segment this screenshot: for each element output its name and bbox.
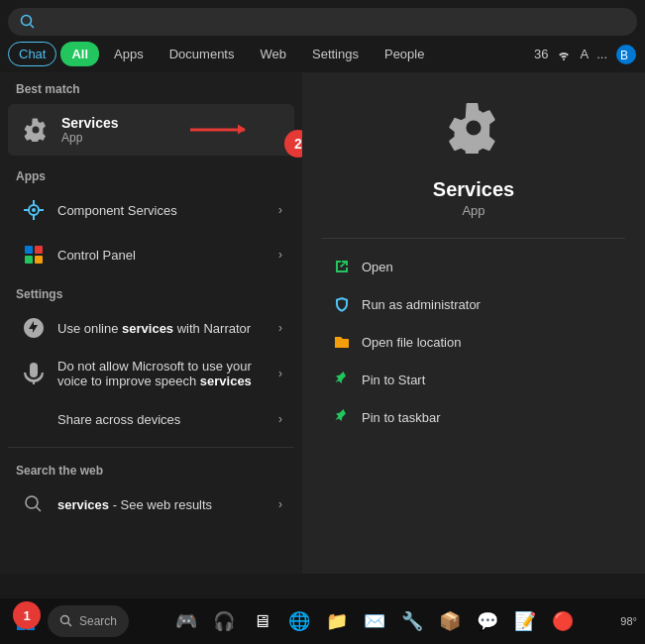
best-match-subtitle: App <box>61 131 119 145</box>
share-devices-item[interactable]: Share across devices › <box>4 397 298 441</box>
svg-text:B: B <box>620 49 628 62</box>
svg-line-21 <box>68 623 72 627</box>
share-icon <box>20 405 48 433</box>
web-search-icon <box>20 490 48 518</box>
open-location-label: Open file location <box>362 335 461 350</box>
taskbar-search-label: Search <box>79 614 117 628</box>
run-admin-label: Run as administrator <box>362 297 481 312</box>
component-services-arrow: › <box>278 203 282 217</box>
wifi-icon <box>556 47 572 62</box>
share-label: Share across devices <box>57 412 278 427</box>
run-admin-action[interactable]: Run as administrator <box>322 286 625 322</box>
taskbar-items: 🎮 🎧 🖥 🌐 📁 ✉️ 🔧 📦 💬 📝 🔴 <box>133 603 616 639</box>
more-options[interactable]: ... <box>596 47 607 61</box>
voice-arrow: › <box>278 367 282 380</box>
taskbar-mail[interactable]: ✉️ <box>357 603 392 639</box>
narrator-services-item[interactable]: Use online services with Narrator › <box>4 306 298 350</box>
taskbar-right: 98° <box>620 615 637 627</box>
taskbar-gamepad[interactable]: 🎮 <box>168 603 204 639</box>
taskbar-chat[interactable]: 💬 <box>470 603 505 639</box>
voice-services-item[interactable]: Do not allow Microsoft to use your voice… <box>4 351 298 396</box>
right-actions: Open Run as administrator Open file loca… <box>322 238 625 435</box>
taskbar-folder[interactable]: 📁 <box>319 603 355 639</box>
divider <box>8 447 294 448</box>
control-panel-label: Control Panel <box>57 248 278 263</box>
pin-taskbar-action[interactable]: Pin to taskbar <box>322 399 625 435</box>
svg-line-1 <box>31 25 35 29</box>
best-match-item[interactable]: Services App 2 <box>8 104 294 156</box>
services-icon-large <box>448 102 499 166</box>
tab-apps[interactable]: Apps <box>103 42 155 66</box>
taskbar: 1 Search 🎮 🎧 🖥 🌐 📁 ✉️ 🔧 📦 💬 📝 🔴 98° <box>0 598 645 644</box>
tab-settings[interactable]: Settings <box>301 42 370 66</box>
web-search-label: services - See web results <box>57 497 278 512</box>
services-gear-icon <box>20 114 52 146</box>
control-panel-arrow: › <box>278 248 282 262</box>
narrator-arrow: › <box>278 321 282 335</box>
taskbar-monitor[interactable]: 🖥 <box>244 603 279 639</box>
left-panel: Best match Services App 2 Apps <box>0 72 302 574</box>
open-label: Open <box>362 260 393 274</box>
taskbar-globe[interactable]: 🌐 <box>281 603 317 639</box>
taskbar-extra[interactable]: 🔴 <box>545 603 581 639</box>
component-services-label: Component Services <box>57 203 278 218</box>
nav-right: 36 A ... B <box>534 44 637 65</box>
open-location-action[interactable]: Open file location <box>322 324 625 360</box>
taskbar-search-icon <box>59 614 73 628</box>
svg-rect-10 <box>25 246 33 254</box>
svg-point-20 <box>61 616 69 624</box>
web-label: Search the web <box>0 454 302 482</box>
taskbar-headset[interactable]: 🎧 <box>206 603 242 639</box>
pin-taskbar-label: Pin to taskbar <box>362 410 441 425</box>
start-button[interactable]: 1 <box>8 603 44 639</box>
taskbar-package[interactable]: 📦 <box>432 603 468 639</box>
pin-start-label: Pin to Start <box>362 373 425 387</box>
tab-chat[interactable]: Chat <box>8 42 56 66</box>
best-match-text: Services App <box>61 115 119 145</box>
tab-web[interactable]: Web <box>249 42 297 66</box>
svg-rect-13 <box>35 256 43 264</box>
open-icon <box>332 257 352 276</box>
tab-all[interactable]: All <box>60 42 99 66</box>
folder-icon <box>332 332 352 352</box>
svg-point-0 <box>22 16 32 26</box>
nav-count: 36 <box>534 47 548 61</box>
pin-taskbar-icon <box>332 407 352 427</box>
svg-rect-12 <box>25 256 33 264</box>
svg-point-14 <box>26 496 38 508</box>
right-subtitle: App <box>462 203 484 218</box>
component-services-icon <box>20 196 48 224</box>
narrator-icon <box>20 314 48 342</box>
badge-1: 1 <box>13 601 41 629</box>
web-search-item[interactable]: services - See web results › <box>4 483 298 526</box>
main-content: Best match Services App 2 Apps <box>0 72 645 574</box>
tab-documents[interactable]: Documents <box>159 42 246 66</box>
search-icon <box>20 14 36 30</box>
svg-point-5 <box>32 208 36 212</box>
font-size: A <box>580 47 589 61</box>
bing-icon[interactable]: B <box>615 44 637 65</box>
open-action[interactable]: Open <box>322 249 625 284</box>
svg-line-15 <box>37 507 42 512</box>
svg-rect-11 <box>35 246 43 254</box>
voice-label: Do not allow Microsoft to use your voice… <box>57 359 278 388</box>
right-title: Services <box>433 178 514 201</box>
voice-icon <box>20 360 48 387</box>
tab-people[interactable]: People <box>374 42 435 66</box>
search-input[interactable]: services <box>44 14 625 30</box>
pin-start-action[interactable]: Pin to Start <box>322 362 625 397</box>
settings-section-label: Settings <box>0 277 302 305</box>
badge-2: 2 <box>284 130 302 158</box>
taskbar-search[interactable]: Search <box>48 605 129 637</box>
narrator-label: Use online services with Narrator <box>57 321 278 336</box>
best-match-label: Best match <box>0 72 302 100</box>
component-services-item[interactable]: Component Services › <box>4 188 298 232</box>
taskbar-tool[interactable]: 🔧 <box>394 603 430 639</box>
web-search-arrow: › <box>278 497 282 511</box>
right-panel: Services App Open Run as administrator O… <box>302 72 645 574</box>
search-bar[interactable]: services <box>8 8 637 36</box>
control-panel-item[interactable]: Control Panel › <box>4 233 298 276</box>
pin-start-icon <box>332 370 352 389</box>
apps-section-label: Apps <box>0 160 302 187</box>
taskbar-word[interactable]: 📝 <box>507 603 543 639</box>
